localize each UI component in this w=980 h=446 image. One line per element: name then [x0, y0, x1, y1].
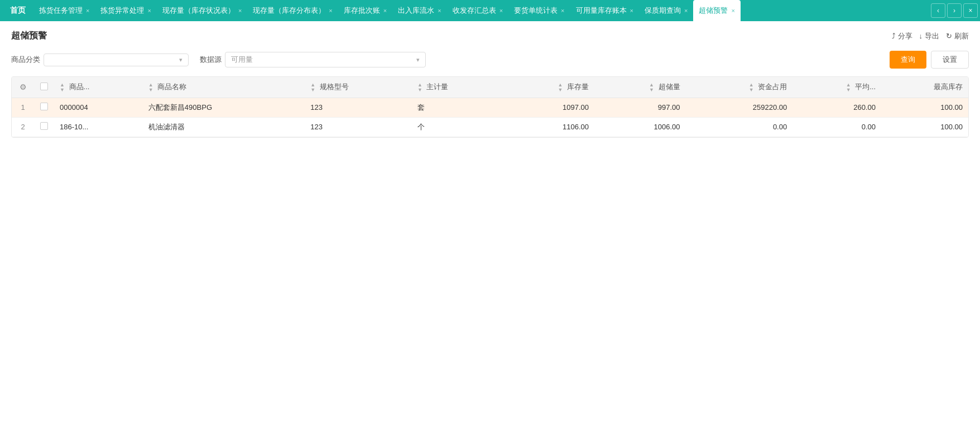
refresh-button[interactable]: ↻ 刷新 [946, 31, 969, 41]
page-header: 超储预警 ⤴ 分享 ↓ 导出 ↻ 刷新 [11, 30, 969, 42]
nav-tab-7[interactable]: 要货单统计表 × [508, 0, 570, 21]
row-product-code: 186-10... [54, 117, 143, 137]
filter-row: 商品分类 ▾ 数据源 可用量 ▾ 查询 设置 [11, 51, 969, 69]
col-over-stock-header[interactable]: ▲▼ 超储量 [594, 77, 686, 98]
nav-tab-2[interactable]: 现存量（库存状况表） × [157, 0, 247, 21]
data-source-label: 数据源 [200, 55, 222, 65]
row-max-stock: 100.00 [881, 117, 968, 137]
row-spec: 123 [305, 117, 412, 137]
nav-tab-0[interactable]: 拣货任务管理 × [33, 0, 95, 21]
row-capital: 0.00 [686, 117, 793, 137]
close-icon[interactable]: × [499, 7, 503, 14]
header-actions: ⤴ 分享 ↓ 导出 ↻ 刷新 [892, 31, 969, 41]
settings-button[interactable]: 设置 [931, 51, 969, 69]
table-row: 2 186-10... 机油滤清器 123 个 1106.00 1006.00 … [12, 117, 968, 137]
nav-close-all-button[interactable]: × [963, 3, 978, 18]
product-category-filter: 商品分类 ▾ [11, 54, 189, 66]
page-content: 超储预警 ⤴ 分享 ↓ 导出 ↻ 刷新 商品分类 ▾ 数据源 [0, 21, 980, 446]
select-all-checkbox[interactable] [40, 83, 48, 90]
refresh-icon: ↻ [946, 32, 952, 40]
row-over-stock: 997.00 [594, 98, 686, 117]
row-over-stock: 1006.00 [594, 117, 686, 137]
chevron-down-icon: ▾ [179, 56, 182, 64]
nav-tab-6[interactable]: 收发存汇总表 × [447, 0, 508, 21]
row-capital: 259220.00 [686, 98, 793, 117]
row-max-stock: 100.00 [881, 98, 968, 117]
product-category-label: 商品分类 [11, 55, 40, 65]
sort-icon: ▲▼ [148, 83, 153, 93]
sort-icon: ▲▼ [558, 83, 563, 93]
sort-icon: ▲▼ [310, 83, 315, 93]
nav-tab-3[interactable]: 现存量（库存分布表） × [247, 0, 338, 21]
row-spec: 123 [305, 98, 412, 117]
nav-tab-5[interactable]: 出入库流水 × [392, 0, 446, 21]
col-product-code-header[interactable]: ▲▼ 商品... [54, 77, 143, 98]
nav-tab-4[interactable]: 库存批次账 × [338, 0, 392, 21]
col-capital-header[interactable]: ▲▼ 资金占用 [686, 77, 793, 98]
gear-icon[interactable]: ⚙ [20, 83, 27, 91]
close-icon[interactable]: × [238, 7, 242, 14]
sort-icon: ▲▼ [846, 83, 851, 93]
row-stock: 1106.00 [503, 117, 594, 137]
close-icon[interactable]: × [684, 7, 688, 14]
data-source-select[interactable]: 可用量 ▾ [225, 52, 426, 67]
table-header-row: ⚙ ▲▼ 商品... ▲▼ 商品名称 ▲▼ 规格型号 [12, 77, 968, 98]
nav-tab-1[interactable]: 拣货异常处理 × [95, 0, 156, 21]
nav-home[interactable]: 首页 [2, 0, 33, 21]
close-icon[interactable]: × [731, 7, 734, 14]
col-spec-header[interactable]: ▲▼ 规格型号 [305, 77, 412, 98]
sort-icon: ▲▼ [649, 83, 654, 93]
close-icon[interactable]: × [630, 7, 633, 14]
row-checkbox-cell [34, 98, 54, 117]
row-index: 2 [12, 117, 34, 137]
nav-tab-10[interactable]: 超储预警 × [693, 0, 740, 21]
row-index: 1 [12, 98, 34, 117]
nav-bar: 首页 拣货任务管理 × 拣货异常处理 × 现存量（库存状况表） × 现存量（库存… [0, 0, 980, 21]
col-unit-header[interactable]: ▲▼ 主计量 [412, 77, 503, 98]
row-unit: 套 [412, 98, 503, 117]
chevron-down-icon: ▾ [416, 56, 420, 64]
col-max-stock-header[interactable]: 最高库存 [881, 77, 968, 98]
row-checkbox[interactable] [40, 122, 48, 130]
row-stock: 1097.00 [503, 98, 594, 117]
sort-icon: ▲▼ [60, 83, 65, 93]
row-checkbox[interactable] [40, 103, 48, 110]
share-icon: ⤴ [892, 32, 896, 40]
nav-tab-9[interactable]: 保质期查询 × [639, 0, 693, 21]
row-product-name: 机油滤清器 [143, 117, 305, 137]
row-checkbox-cell [34, 117, 54, 137]
row-avg: 260.00 [792, 98, 881, 117]
nav-tab-8[interactable]: 可用量库存账本 × [570, 0, 639, 21]
share-button[interactable]: ⤴ 分享 [892, 31, 912, 41]
data-source-filter: 数据源 可用量 ▾ [200, 52, 426, 67]
sort-icon: ▲▼ [749, 83, 754, 93]
row-product-name: 六配套新昌490BPG [143, 98, 305, 117]
filter-buttons: 查询 设置 [890, 51, 969, 69]
product-category-select[interactable]: ▾ [44, 54, 189, 66]
col-checkbox-header [34, 77, 54, 98]
col-stock-header[interactable]: ▲▼ 库存量 [503, 77, 594, 98]
page-title: 超储预警 [11, 30, 47, 42]
col-settings-header: ⚙ [12, 77, 34, 98]
row-unit: 个 [412, 117, 503, 137]
close-icon[interactable]: × [383, 7, 387, 14]
export-button[interactable]: ↓ 导出 [919, 31, 940, 41]
close-icon[interactable]: × [86, 7, 89, 14]
row-product-code: 0000004 [54, 98, 143, 117]
col-product-name-header[interactable]: ▲▼ 商品名称 [143, 77, 305, 98]
col-avg-header[interactable]: ▲▼ 平均... [792, 77, 881, 98]
data-table: ⚙ ▲▼ 商品... ▲▼ 商品名称 ▲▼ 规格型号 [11, 76, 969, 138]
query-button[interactable]: 查询 [890, 51, 926, 69]
nav-prev-button[interactable]: ‹ [931, 3, 945, 18]
nav-next-button[interactable]: › [947, 3, 962, 18]
close-icon[interactable]: × [329, 7, 332, 14]
export-icon: ↓ [919, 32, 923, 40]
nav-arrows: ‹ › × [929, 3, 978, 18]
close-icon[interactable]: × [561, 7, 564, 14]
row-avg: 0.00 [792, 117, 881, 137]
sort-icon: ▲▼ [417, 83, 422, 93]
close-icon[interactable]: × [147, 7, 151, 14]
table-row: 1 0000004 六配套新昌490BPG 123 套 1097.00 997.… [12, 98, 968, 117]
close-icon[interactable]: × [438, 7, 441, 14]
